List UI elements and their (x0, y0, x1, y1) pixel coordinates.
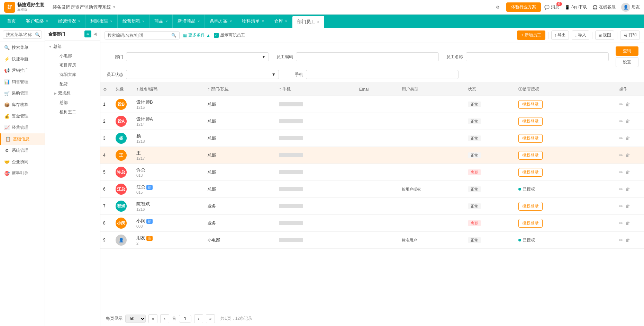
delete-button[interactable]: 🗑 (625, 102, 630, 107)
print-button[interactable]: 🖨 打印 (620, 30, 640, 40)
extra-cell (596, 181, 616, 198)
dept-node-总部[interactable]: 总部 (45, 98, 100, 107)
sidebar-item-企业协同[interactable]: 🤝企业协同 (0, 156, 45, 168)
edit-button[interactable]: ✏ (619, 118, 623, 124)
authorize-button[interactable]: 授权登录 (518, 219, 543, 228)
table-row: 8 小闵 小闵部 008 业务 离职 授权登录 ✏ 🗑 (100, 215, 644, 232)
nav-tab-首页[interactable]: 首页 (1, 15, 21, 28)
dept-node-总部[interactable]: ▼总部 (45, 42, 100, 51)
sidebar-item-采购管理[interactable]: 🛒采购管理 (0, 88, 45, 99)
dept-node-小电部[interactable]: 小电部 (45, 51, 100, 61)
edit-button[interactable]: ✏ (619, 135, 623, 141)
close-tab-icon[interactable]: × (110, 19, 112, 23)
sidebar-item-经营管理[interactable]: 📈经营管理 (0, 122, 45, 133)
sidebar-item-资金管理[interactable]: 💰资金管理 (0, 111, 45, 122)
edit-button[interactable]: ✏ (619, 102, 623, 107)
delete-button[interactable]: 🗑 (625, 237, 630, 243)
dept-select[interactable]: ▼ (126, 52, 269, 61)
sidebar-item-库存核算[interactable]: 📦库存核算 (0, 99, 45, 111)
sidebar-item-新手引导[interactable]: 🎯新手引导 (0, 168, 45, 179)
next-page-button[interactable]: › (194, 314, 203, 323)
nav-tab-客户联络[interactable]: 客户联络× (21, 15, 53, 28)
close-tab-icon[interactable]: × (317, 20, 319, 24)
delete-button[interactable]: 🗑 (625, 152, 630, 158)
delete-button[interactable]: 🗑 (625, 186, 630, 192)
edit-button[interactable]: ✏ (619, 152, 623, 158)
phone-input[interactable] (306, 70, 459, 79)
last-page-button[interactable]: » (206, 314, 215, 323)
sidebar-item-基础信息[interactable]: 📋基础信息 (0, 133, 45, 145)
import-button[interactable]: ↓ 导入 (572, 30, 589, 40)
dept-collapse-button[interactable]: ◀ (93, 32, 97, 36)
authorize-button[interactable]: 授权登录 (518, 117, 543, 126)
dept-node-配货[interactable]: 配货 (45, 79, 100, 89)
more-conditions-button[interactable]: ▦ 更多条件 ▲ (183, 32, 210, 38)
settings-button[interactable]: ⚙ (493, 2, 503, 12)
nav-tab-物料清单[interactable]: 物料清单× (237, 15, 269, 28)
sidebar-item-营销推广[interactable]: 📢营销推广 (0, 65, 45, 76)
authorize-button[interactable]: 授权登录 (518, 168, 543, 177)
trial-button[interactable]: 体验行业方案 (506, 2, 541, 12)
page-size-select[interactable]: 50 100 (125, 315, 146, 323)
prev-page-button[interactable]: ‹ (160, 314, 169, 323)
phone-blur (279, 238, 303, 242)
delete-button[interactable]: 🗑 (625, 135, 630, 141)
emp-code-input[interactable] (296, 52, 439, 61)
sidebar-item-销售管理[interactable]: 📊销售管理 (0, 76, 45, 88)
name-cell: 杨 1218 (134, 130, 205, 147)
first-page-button[interactable]: « (148, 314, 157, 323)
message-button[interactable]: 💬 消息 6 (544, 4, 559, 10)
user-area[interactable]: 👤 用友 (621, 3, 640, 12)
authorize-button[interactable]: 授权登录 (518, 202, 543, 211)
show-resigned-toggle[interactable]: ✓ 显示离职员工 (214, 32, 245, 38)
sidebar-item-搜索菜单[interactable]: 🔍搜索菜单 (0, 42, 45, 53)
service-button[interactable]: 🎧 在线客服 (592, 4, 616, 10)
app-download-button[interactable]: 📱 App下载 (565, 4, 587, 10)
nav-tab-经营情况[interactable]: 经营情况× (53, 15, 85, 28)
close-tab-icon[interactable]: × (78, 19, 80, 23)
nav-tab-商品[interactable]: 商品× (149, 15, 173, 28)
view-button[interactable]: ⊞ 视图 (595, 30, 614, 40)
nav-tab-新增商品[interactable]: 新增商品× (173, 15, 205, 28)
authorize-button[interactable]: 授权登录 (518, 151, 543, 160)
nav-tab-部门员工[interactable]: 部门员工× (292, 16, 325, 28)
edit-button[interactable]: ✏ (619, 203, 623, 209)
search-input[interactable] (108, 33, 170, 38)
close-tab-icon[interactable]: × (165, 19, 167, 23)
dept-node-项目库房[interactable]: 项目库房 (45, 61, 100, 70)
sidebar-item-系统管理[interactable]: ⚙系统管理 (0, 145, 45, 156)
query-button[interactable]: 查询 (616, 46, 638, 56)
nav-tab-条码方案[interactable]: 条码方案× (205, 15, 237, 28)
add-employee-button[interactable]: + 新增员工 (517, 30, 545, 40)
close-tab-icon[interactable]: × (198, 19, 200, 23)
emp-status-select[interactable]: ▼ (126, 70, 279, 79)
close-tab-icon[interactable]: × (230, 19, 232, 23)
authorize-button[interactable]: 授权登录 (518, 134, 543, 143)
dept-node-沈阳大库[interactable]: 沈阳大库 (45, 70, 100, 79)
edit-button[interactable]: ✏ (619, 169, 623, 175)
nav-tab-仓库[interactable]: 仓库× (269, 15, 292, 28)
close-tab-icon[interactable]: × (143, 19, 145, 23)
dept-edit-button[interactable]: ✏ (84, 30, 91, 37)
page-number-input[interactable] (179, 315, 191, 323)
dept-node-植树王二[interactable]: 植树王二 (45, 107, 100, 117)
emp-name-input[interactable] (466, 52, 609, 61)
reset-button[interactable]: 设置 (616, 57, 638, 67)
authorize-button[interactable]: 授权登录 (518, 100, 543, 109)
delete-button[interactable]: 🗑 (625, 220, 630, 226)
sidebar-item-快捷导航[interactable]: ⚡快捷导航 (0, 53, 45, 65)
delete-button[interactable]: 🗑 (625, 203, 630, 209)
edit-button[interactable]: ✏ (619, 186, 623, 192)
close-tab-icon[interactable]: × (285, 19, 287, 23)
edit-button[interactable]: ✏ (619, 220, 623, 226)
delete-button[interactable]: 🗑 (625, 118, 630, 124)
close-tab-icon[interactable]: × (262, 19, 264, 23)
nav-tab-利润报告[interactable]: 利润报告× (85, 15, 118, 28)
delete-button[interactable]: 🗑 (625, 169, 630, 175)
close-tab-icon[interactable]: × (46, 19, 48, 23)
export-button[interactable]: ↑ 导出 (551, 30, 569, 40)
edit-button[interactable]: ✏ (619, 237, 623, 243)
dropdown-arrow-icon[interactable]: ▼ (112, 5, 116, 9)
dept-node-双虑想[interactable]: ▶双虑想 (45, 89, 100, 98)
nav-tab-经营历程[interactable]: 经营历程× (118, 15, 150, 28)
